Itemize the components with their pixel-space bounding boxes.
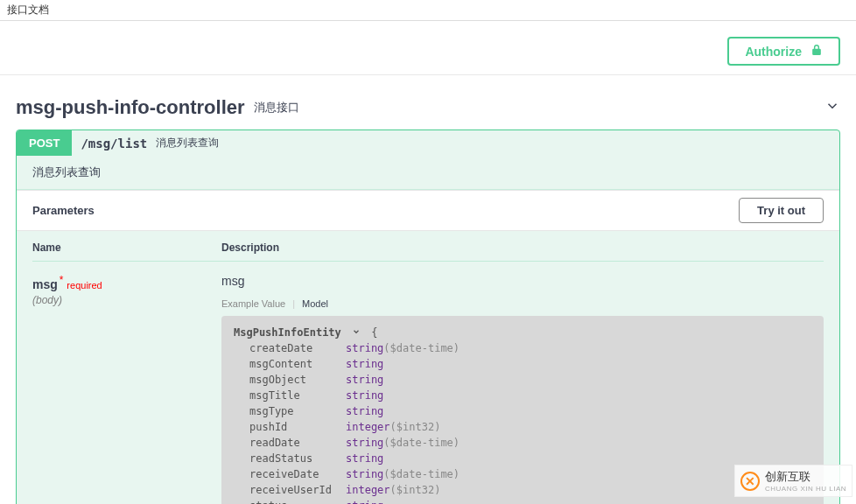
- model-prop-key: status: [249, 498, 346, 504]
- model-prop-type: string: [346, 340, 383, 356]
- param-desc-cell: msg Example Value | Model MsgPushInfoEnt…: [221, 274, 824, 504]
- model-prop-row: msgObjectstring: [234, 372, 811, 388]
- model-prop-type: integer: [346, 419, 390, 435]
- operation-summary-text: 消息列表查询: [156, 136, 219, 150]
- model-prop-type: string: [346, 356, 383, 372]
- watermark-sub: CHUANG XIN HU LIAN: [765, 485, 846, 493]
- model-prop-key: readStatus: [249, 451, 346, 466]
- parameters-bar: Parameters Try it out: [17, 190, 839, 231]
- chevron-down-icon: [824, 98, 840, 118]
- toolbar: Authorize: [0, 21, 856, 75]
- model-prop-row: msgContentstring: [234, 356, 811, 372]
- model-prop-type: string: [346, 451, 383, 466]
- model-prop-type: string: [346, 498, 383, 504]
- model-prop-format: ($date-time): [383, 340, 460, 356]
- model-prop-row: msgTitlestring: [234, 388, 811, 403]
- model-prop-key: msgContent: [249, 356, 346, 372]
- model-props: createDatestring($date-time)msgContentst…: [234, 340, 811, 504]
- watermark-text-wrap: 创新互联 CHUANG XIN HU LIAN: [765, 469, 846, 493]
- authorize-label: Authorize: [745, 45, 802, 59]
- model-toggle-icon[interactable]: [352, 325, 361, 340]
- schema-tabs: Example Value | Model: [221, 298, 824, 309]
- model-prop-type: string: [346, 372, 383, 388]
- authorize-button[interactable]: Authorize: [727, 37, 840, 66]
- col-desc-header: Description: [221, 242, 824, 254]
- tab-separator: |: [292, 298, 295, 309]
- operation-path: /msg/list: [72, 136, 156, 150]
- model-prop-type: integer: [346, 482, 390, 498]
- param-desc-text: msg: [221, 274, 824, 288]
- model-prop-key: msgType: [249, 403, 346, 419]
- model-title: MsgPushInfoEntity: [234, 326, 341, 339]
- operation-summary[interactable]: POST /msg/list 消息列表查询: [17, 130, 839, 156]
- model-prop-type: string: [346, 435, 383, 451]
- model-prop-row: statusstring: [234, 498, 811, 504]
- operation-description: 消息列表查询: [17, 156, 839, 190]
- doc-link[interactable]: 接口文档: [7, 4, 49, 16]
- svg-rect-0: [813, 49, 820, 54]
- tag-header[interactable]: msg-push-info-controller 消息接口: [0, 89, 856, 130]
- method-badge: POST: [17, 130, 72, 156]
- model-prop-row: pushIdinteger($int32): [234, 419, 811, 435]
- model-prop-format: ($int32): [390, 419, 441, 435]
- model-prop-format: ($int32): [390, 482, 441, 498]
- model-title-row: MsgPushInfoEntity {: [234, 325, 811, 340]
- parameters-table: Name Description msg* required (body) ms…: [17, 231, 839, 504]
- col-name-header: Name: [32, 242, 221, 254]
- content: msg-push-info-controller 消息接口 POST /msg/…: [0, 75, 856, 504]
- required-star: *: [60, 274, 64, 286]
- model-prop-type: string: [346, 388, 383, 403]
- model-prop-type: string: [346, 403, 383, 419]
- watermark: ✕ 创新互联 CHUANG XIN HU LIAN: [734, 465, 852, 497]
- model-prop-key: pushId: [249, 419, 346, 435]
- model-prop-format: ($date-time): [383, 466, 460, 482]
- model-prop-row: readStatusstring: [234, 451, 811, 466]
- param-header-row: Name Description: [32, 242, 824, 262]
- param-name-cell: msg* required (body): [32, 274, 221, 504]
- required-text: required: [67, 280, 102, 290]
- model-prop-row: msgTypestring: [234, 403, 811, 419]
- try-it-out-button[interactable]: Try it out: [739, 198, 824, 223]
- top-bar: 接口文档: [0, 0, 856, 21]
- model-prop-key: createDate: [249, 340, 346, 356]
- tab-model[interactable]: Model: [302, 298, 328, 309]
- watermark-text: 创新互联: [765, 469, 846, 485]
- tag-desc: 消息接口: [254, 100, 299, 116]
- model-prop-key: msgObject: [249, 372, 346, 388]
- model-prop-row: receiveDatestring($date-time): [234, 466, 811, 482]
- model-prop-row: readDatestring($date-time): [234, 435, 811, 451]
- model-prop-format: ($date-time): [383, 435, 460, 451]
- tag-name: msg-push-info-controller: [16, 96, 245, 119]
- operations-list: POST /msg/list 消息列表查询 消息列表查询 Parameters …: [0, 130, 856, 504]
- param-row: msg* required (body) msg Example Value |…: [32, 274, 824, 504]
- model-prop-key: readDate: [249, 435, 346, 451]
- model-prop-row: createDatestring($date-time): [234, 340, 811, 356]
- param-in: (body): [32, 294, 221, 306]
- model-prop-key: receiveUserId: [249, 482, 346, 498]
- param-name: msg: [32, 277, 58, 291]
- open-brace: {: [371, 326, 377, 339]
- model-prop-key: msgTitle: [249, 388, 346, 403]
- model-prop-type: string: [346, 466, 383, 482]
- operation-block: POST /msg/list 消息列表查询 消息列表查询 Parameters …: [16, 130, 840, 504]
- lock-icon: [810, 44, 823, 59]
- watermark-logo-icon: ✕: [740, 472, 760, 491]
- model-box: MsgPushInfoEntity { createDatestring($da…: [221, 316, 824, 504]
- tab-example-value[interactable]: Example Value: [221, 298, 285, 309]
- model-prop-row: receiveUserIdinteger($int32): [234, 482, 811, 498]
- model-prop-key: receiveDate: [249, 466, 346, 482]
- parameters-title: Parameters: [32, 204, 95, 217]
